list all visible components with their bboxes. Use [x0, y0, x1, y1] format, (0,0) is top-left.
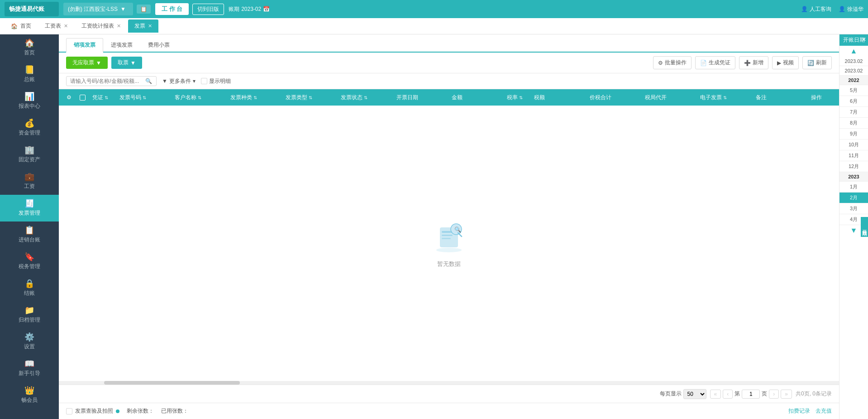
sidebar-label-sales: 进销台账 [19, 236, 40, 244]
calendar-icon[interactable]: 📅 [263, 6, 270, 12]
sidebar-label-assets: 固定资产 [19, 156, 40, 164]
sidebar-item-sales[interactable]: 📋 进销台账 [0, 222, 59, 248]
deduct-link[interactable]: 扣费记录 [788, 407, 810, 415]
scrollbar-thumb[interactable] [104, 381, 240, 385]
sidebar-item-ledger[interactable]: 📒 总账 [0, 61, 59, 88]
sidebar: 🏠 首页 📒 总账 📊 报表中心 💰 资金管理 🏢 固定资产 💼 工资 🧾 发票… [0, 34, 59, 419]
last-page-button[interactable]: » [781, 390, 792, 399]
expand-panel-button[interactable]: 开账日期 [861, 217, 868, 237]
home-icon: 🏠 [24, 39, 34, 47]
new-button[interactable]: ➕ 新增 [739, 56, 768, 69]
month-9[interactable]: 9月 [839, 129, 868, 140]
sidebar-item-archive[interactable]: 📁 归档管理 [0, 302, 59, 328]
ledger-icon: 📒 [24, 66, 34, 74]
user-avatar: 👤 [839, 6, 845, 12]
generate-cert-button[interactable]: 📄 生成凭证 [695, 56, 735, 69]
th-tax-code: 税局代开 [642, 94, 697, 101]
sub-tab-expense-receipt[interactable]: 费用小票 [140, 38, 177, 52]
show-detail[interactable]: 显示明细 [201, 77, 231, 85]
funds-icon: 💰 [24, 119, 34, 127]
copy-button[interactable]: 📋 [137, 5, 151, 14]
th-remark: 备注 [753, 94, 808, 101]
batch-ops-button[interactable]: ⚙ 批量操作 [653, 56, 692, 69]
tab-home[interactable]: 🏠 首页 [5, 19, 38, 33]
month-3[interactable]: 3月 [839, 203, 868, 214]
new-icon: ➕ [744, 60, 751, 66]
month-12[interactable]: 12月 [839, 161, 868, 172]
search-input[interactable] [70, 78, 143, 84]
horizontal-scrollbar[interactable] [59, 381, 839, 385]
sub-tab-sales-invoice[interactable]: 销项发票 [66, 38, 103, 53]
toolbar: 无应取票 ▼ 取票 ▼ ⚙ 批量操作 📄 生成凭证 ➕ 新增 [59, 53, 839, 73]
search-wrap: 🔍 [66, 76, 157, 86]
sidebar-item-newbie[interactable]: 📖 新手引导 [0, 355, 59, 382]
th-checkbox[interactable] [75, 95, 90, 101]
header-checkbox[interactable] [80, 95, 86, 101]
company-name: (勿删) 江西股宝-LSS [68, 5, 118, 13]
date-entry-2023-02-b[interactable]: 2023.02 [839, 66, 868, 76]
footer-checkbox[interactable] [66, 408, 72, 414]
sidebar-item-close[interactable]: 🔒 结账 [0, 275, 59, 302]
more-conditions[interactable]: ▼ 更多条件 ▾ [162, 77, 196, 85]
th-settings[interactable]: ⚙ [62, 94, 75, 101]
month-10[interactable]: 10月 [839, 140, 868, 150]
no-invoice-button[interactable]: 无应取票 ▼ [66, 57, 108, 69]
page-input[interactable] [742, 390, 760, 399]
support-item[interactable]: 👤 人工客询 [801, 5, 831, 13]
check-label: 发票查验及拍照 [75, 407, 113, 415]
page-size-label: 每页显示 [660, 390, 682, 398]
sort-icon-invoice-no: ⇅ [143, 95, 146, 100]
prev-page-button[interactable]: ‹ [723, 390, 733, 399]
date-entry-2023-02-a[interactable]: 2023.02 [839, 57, 868, 66]
tab-invoice[interactable]: 发票 ✕ [128, 19, 158, 33]
month-5[interactable]: 5月 [839, 85, 868, 96]
company-selector[interactable]: (勿删) 江西股宝-LSS ▼ [63, 3, 133, 15]
next-page-button[interactable]: › [769, 390, 779, 399]
first-page-button[interactable]: « [710, 390, 721, 399]
archive-icon: 📁 [24, 306, 34, 314]
sort-icon-cert: ⇅ [105, 95, 108, 100]
date-panel-header[interactable]: 开账日期 ✕ [839, 34, 868, 46]
page-size-dropdown[interactable]: 50 10 20 100 [683, 389, 706, 399]
sidebar-item-salary[interactable]: 💼 工资 [0, 168, 59, 195]
refresh-button[interactable]: 🔄 刷新 [802, 56, 832, 69]
recharge-link[interactable]: 去充值 [816, 407, 832, 415]
month-8[interactable]: 8月 [839, 118, 868, 129]
sidebar-item-assets[interactable]: 🏢 固定资产 [0, 141, 59, 168]
tab-salary-table-close[interactable]: ✕ [64, 24, 68, 29]
remain-info: 剩余张数： [127, 407, 154, 415]
user-item[interactable]: 👤 徐溢华 [839, 5, 863, 13]
scroll-up-button[interactable]: ▲ [839, 46, 868, 57]
month-6[interactable]: 6月 [839, 96, 868, 107]
show-detail-checkbox[interactable] [201, 78, 207, 84]
month-2-active[interactable]: 2月 [839, 193, 868, 203]
tab-salary-stats-close[interactable]: ✕ [117, 24, 121, 29]
sidebar-item-funds[interactable]: 💰 资金管理 [0, 115, 59, 141]
tab-salary-stats[interactable]: 工资统计报表 ✕ [75, 19, 127, 33]
sidebar-item-vip[interactable]: 👑 畅会员 [0, 382, 59, 409]
empty-text: 暂无数据 [437, 260, 461, 268]
toolbar-right: ⚙ 批量操作 📄 生成凭证 ➕ 新增 ▶ 视频 🔄 刷新 [653, 56, 832, 69]
sidebar-label-ledger: 总账 [24, 76, 35, 83]
sidebar-item-settings[interactable]: ⚙️ 设置 [0, 328, 59, 355]
tab-invoice-close[interactable]: ✕ [148, 24, 152, 29]
month-7[interactable]: 7月 [839, 107, 868, 118]
sub-tab-purchase-invoice[interactable]: 进项发票 [103, 38, 140, 52]
tab-salary-table[interactable]: 工资表 ✕ [38, 19, 74, 33]
month-11[interactable]: 11月 [839, 150, 868, 161]
invoice-button[interactable]: 取票 ▼ [111, 57, 142, 69]
month-1[interactable]: 1月 [839, 182, 868, 193]
video-button[interactable]: ▶ 视频 [772, 56, 799, 69]
page-size-select: 每页显示 50 10 20 100 [660, 389, 706, 399]
sales-icon: 📋 [24, 226, 34, 234]
sidebar-item-tax[interactable]: 🔖 税务管理 [0, 248, 59, 275]
date-panel-close-button[interactable]: ✕ [862, 36, 866, 43]
switch-version-button[interactable]: 切到旧版 [192, 4, 224, 15]
sidebar-item-invoice[interactable]: 🧾 发票管理 [0, 195, 59, 222]
sidebar-item-home[interactable]: 🏠 首页 [0, 34, 59, 61]
page-nav: « ‹ 第 页 › » [710, 390, 792, 399]
workbench-button[interactable]: 工 作 台 [155, 3, 189, 15]
sidebar-item-report[interactable]: 📊 报表中心 [0, 88, 59, 115]
salary-icon: 💼 [24, 173, 34, 181]
svg-rect-3 [442, 235, 453, 236]
